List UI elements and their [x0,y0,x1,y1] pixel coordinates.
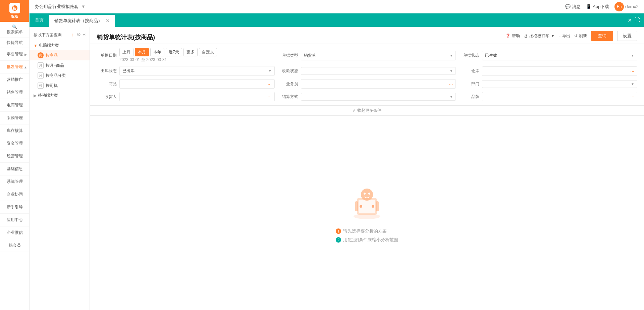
goods-dots-icon[interactable]: ··· [268,81,272,87]
scheme-item-by-month-goods[interactable]: 月 按月+商品 [30,60,90,70]
dept-dropdown-icon: ▼ [631,82,634,86]
tab-close-icon[interactable]: ✕ [106,18,110,23]
message-icon: 💬 [565,4,571,9]
tab-home[interactable]: 首页 [30,13,49,27]
out-status-field[interactable]: 已出库 ▼ [119,66,275,76]
brand-field[interactable]: ··· [482,92,637,101]
export-icon: ↓ [559,34,561,38]
refresh-btn[interactable]: ↺ 刷新 [574,33,587,39]
scheme-item-by-goods[interactable]: 商 按商品 [30,50,90,60]
settings-button[interactable]: 设置 [617,31,637,41]
sidebar-item-purchase[interactable]: 采购管理 [0,112,29,124]
print-label: 按模板打印 [529,33,549,39]
refresh-scheme-icon[interactable]: ⊙ [77,32,81,39]
sidebar-item-finance-label: 资金管理 [7,141,23,146]
status-field[interactable]: 已生效 ▼ [482,51,637,60]
message-btn[interactable]: 💬 消息 [565,4,581,10]
date-btn-last-month[interactable]: 上月 [119,48,133,56]
quick-nav[interactable]: 快捷导航 [0,38,29,48]
sidebar-item-guide-label: 新手引导 [7,204,23,210]
sidebar-item-wechat[interactable]: 企业微信 [0,226,29,239]
search-menu-label: 搜索菜单 [0,29,29,35]
sidebar-item-sales[interactable]: 销售管理 [0,86,29,99]
filter-cell-collect-status: 收款状态 ▼ [278,67,456,75]
sidebar-item-marketing-label: 营销推广 [7,77,23,83]
tab-maximize-icon[interactable]: ⛶ [635,17,640,23]
status-label: 单据状态 [459,53,479,58]
query-button[interactable]: 查询 [591,31,613,41]
date-btn-more[interactable]: 更多 [183,48,198,56]
date-btn-custom[interactable]: 自定义 [199,48,217,56]
scheme-item-by-cashier[interactable]: 司 按司机 [30,81,90,91]
filter-cell-brand: 品牌 ··· [459,92,637,101]
sidebar-item-operation[interactable]: 经营管理 [0,150,29,163]
add-scheme-icon[interactable]: ＋ [69,32,75,39]
scheme-group-mobile-header[interactable]: ▶ 移动端方案 [30,91,90,100]
tab-report[interactable]: 销货单统计表（按商品） ✕ [49,15,115,27]
topbar-right: 💬 消息 📱 App下载 Ea demo2 [565,2,639,11]
settle-field[interactable]: ▼ [301,93,456,101]
help-btn[interactable]: ❓ 帮助 [505,33,520,39]
sidebar-item-ecommerce[interactable]: 电商管理 [0,99,29,112]
print-btn[interactable]: 🖨 按模板打印 ▼ [524,33,555,39]
sidebar-item-basic[interactable]: 基础信息 [0,163,29,175]
tab-controls: ✕ ⛶ [624,13,644,27]
sidebar-item-coop[interactable]: 企业协同 [0,188,29,201]
svg-rect-8 [355,201,358,211]
receiver-dots-icon[interactable]: ··· [268,94,272,99]
collect-status-field[interactable]: ▼ [301,67,456,75]
export-btn[interactable]: ↓ 导出 [559,33,570,39]
scheme-item-by-category-label: 按商品分类 [46,73,66,79]
user-profile[interactable]: Ea demo2 [614,2,639,11]
goods-field[interactable]: ··· [119,79,275,89]
sidebar-item-guide[interactable]: 新手引导 [0,201,29,214]
filter-cell-settle: 结算方式 ▼ [278,93,456,101]
app-download-btn[interactable]: 📱 App下载 [586,4,609,10]
expand-mobile-icon: ▶ [34,93,37,98]
filter-row-3: 商品 ··· 业务员 ··· 部门 [97,79,637,89]
print-dropdown-icon: ▼ [551,34,555,38]
warehouse-field[interactable]: ··· [482,66,637,76]
sidebar-item-retail[interactable]: 零售管理 ▶ [0,48,29,61]
dropdown-arrow-icon[interactable]: ▼ [81,4,86,9]
receiver-label: 收货人 [97,94,117,100]
refresh-label: 刷新 [579,33,587,39]
collapse-bar[interactable]: ∧ 收起更多条件 [90,106,644,116]
brand-dots-icon[interactable]: ··· [630,94,634,99]
page-header: 销货单统计表(按商品) ❓ 帮助 🖨 按模板打印 ▼ ↓ 导出 [90,27,644,44]
filter-cell-goods: 商品 ··· [97,79,275,89]
staff-dots-icon[interactable]: ··· [449,81,453,87]
sidebar-item-system[interactable]: 系统管理 [0,175,29,188]
sidebar-item-wholesale[interactable]: 批发管理 ▲ [0,61,29,73]
sidebar-item-member[interactable]: 畅会员 [0,239,29,252]
warehouse-dots-icon[interactable]: ··· [630,68,634,74]
sidebar-item-appcenter[interactable]: 应用中心 [0,214,29,226]
type-field[interactable]: 销货单 ▼ [301,51,456,60]
staff-field[interactable]: ··· [301,79,456,89]
collapse-label: ∧ 收起更多条件 [353,108,381,113]
date-btn-this-month[interactable]: 本月 [135,48,149,56]
sidebar-item-marketing[interactable]: 营销推广 [0,73,29,86]
sidebar-item-finance[interactable]: 资金管理 [0,137,29,150]
warehouse-label: 仓库 [459,68,479,74]
tab-close-all-icon[interactable]: ✕ [628,17,632,23]
sidebar-item-sales-label: 销售管理 [7,90,23,95]
page-header-actions: ❓ 帮助 🖨 按模板打印 ▼ ↓ 导出 ↺ 刷新 [505,31,637,44]
svg-point-10 [360,205,362,208]
empty-state: 1 请先选择要分析的方案 2 用[过滤]条件来缩小分析范围 [90,116,644,310]
scheme-item-by-category[interactable]: 分 按商品分类 [30,70,90,81]
dept-field[interactable]: ▼ [482,80,637,88]
receiver-field[interactable]: ··· [119,92,275,101]
date-btn-7days[interactable]: 近7天 [166,48,182,56]
filter-area: 单据日期 上月 本月 本年 近7天 更多 自定义 2023-03-01 至 20… [90,44,644,106]
refresh-icon: ↺ [574,34,578,38]
sidebar-item-inventory[interactable]: 库存核算 [0,124,29,137]
scheme-item-by-cashier-label: 按司机 [46,83,58,89]
filter-row-1: 单据日期 上月 本月 本年 近7天 更多 自定义 2023-03-01 至 20… [97,48,637,63]
search-menu[interactable]: 🔍 搜索菜单 [0,22,29,38]
help-icon: ❓ [505,34,511,38]
collapse-panel-icon[interactable]: « [83,32,86,39]
message-label: 消息 [572,4,581,10]
date-btn-this-year[interactable]: 本年 [150,48,164,56]
scheme-group-desktop-header[interactable]: ▼ 电脑端方案 [30,41,90,50]
